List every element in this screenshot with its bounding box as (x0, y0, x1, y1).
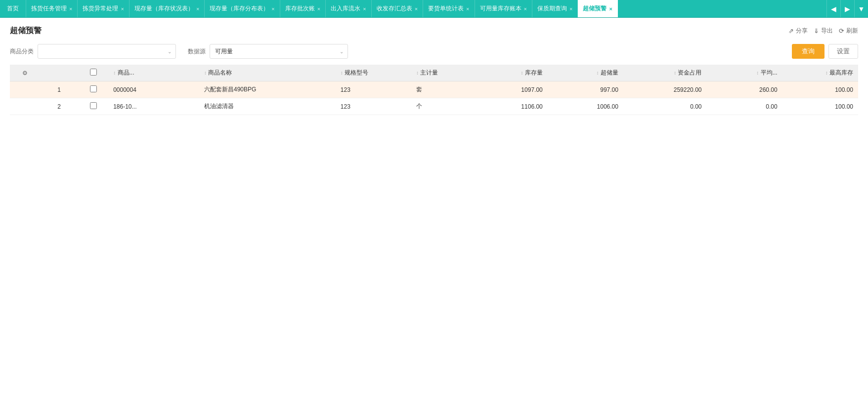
tab-label: 拣货异常处理 (83, 4, 118, 13)
sort-icon-stock: ↕ (521, 70, 523, 76)
share-label: 分享 (796, 27, 808, 35)
col-stock-label: 库存量 (525, 69, 543, 76)
col-code-label: 商品... (118, 69, 134, 76)
row-code-cell: 186-10... (108, 98, 199, 115)
tab-label: 超储预警 (583, 4, 607, 13)
sort-icon-code: ↕ (113, 70, 116, 76)
row-stock-cell: 1106.00 (472, 98, 548, 115)
tab-close-icon[interactable]: × (317, 6, 320, 12)
tab-label: 收发存汇总表 (377, 4, 412, 13)
data-table: ⚙ ↕ 商品... ↕ 商品名称 ↕ 规格型号 (10, 65, 858, 115)
page-title: 超储预警 (10, 26, 42, 36)
nav-arrow-group: ◀ ▶ ▼ (826, 0, 868, 17)
col-maxstock-label: 最高库存 (829, 69, 853, 76)
row-checkbox-1[interactable] (90, 102, 97, 109)
nav-tab-tab-stock-dist[interactable]: 现存量（库存分布表）× (205, 0, 280, 17)
tab-label: 出入库流水 (331, 4, 360, 13)
row-checkbox-cell (78, 98, 108, 115)
sort-icon-capital: ↕ (674, 70, 676, 76)
nav-tab-tab-order-stat[interactable]: 要货单统计表× (423, 0, 475, 17)
refresh-label: 刷新 (846, 27, 858, 35)
col-header-unit[interactable]: ↕ 主计量 (411, 65, 472, 81)
tab-label: 要货单统计表 (428, 4, 464, 13)
row-over-cell: 997.00 (548, 81, 623, 98)
setting-button[interactable]: 设置 (828, 44, 858, 59)
tab-close-icon[interactable]: × (69, 6, 72, 12)
col-header-avg[interactable]: ↕ 平均... (706, 65, 782, 81)
query-button[interactable]: 查询 (792, 44, 825, 59)
tab-close-icon[interactable]: × (363, 6, 366, 12)
nav-tab-tab-inout[interactable]: 出入库流水× (326, 0, 371, 17)
tab-close-icon[interactable]: × (121, 6, 124, 12)
nav-tab-tab-stock-status[interactable]: 现存量（库存状况表）× (130, 0, 205, 17)
row-actions-cell (10, 98, 40, 115)
datasource-value: 可用量 (215, 47, 233, 56)
col-header-stock[interactable]: ↕ 库存量 (472, 65, 548, 81)
nav-home-label: 首页 (7, 4, 19, 13)
row-unit-cell: 个 (411, 98, 472, 115)
tab-close-icon[interactable]: × (415, 6, 418, 12)
nav-tab-tab-abnormal[interactable]: 拣货异常处理× (78, 0, 129, 17)
nav-arrow-right[interactable]: ▶ (840, 0, 854, 17)
category-select[interactable]: ⌄ (38, 44, 176, 59)
nav-tab-tab-avail-ledger[interactable]: 可用量库存账本× (475, 0, 532, 17)
col-header-capital[interactable]: ↕ 资金占用 (623, 65, 707, 81)
tab-close-icon[interactable]: × (466, 6, 469, 12)
nav-arrow-left[interactable]: ◀ (826, 0, 840, 17)
sort-icon-name: ↕ (204, 70, 207, 76)
row-checkbox-cell (78, 81, 108, 98)
col-unit-label: 主计量 (420, 69, 438, 76)
tab-close-icon[interactable]: × (524, 6, 527, 12)
datasource-chevron-icon: ⌄ (340, 49, 344, 54)
select-all-checkbox[interactable] (90, 69, 97, 76)
share-button[interactable]: ⇗ 分享 (788, 27, 808, 35)
filter-buttons: 查询 设置 (792, 44, 858, 59)
category-label: 商品分类 (10, 47, 34, 56)
tab-label: 现存量（库存分布表） (210, 4, 269, 13)
row-checkbox-0[interactable] (90, 85, 97, 92)
nav-home[interactable]: 首页 (0, 0, 26, 17)
sort-icon-over: ↕ (597, 70, 599, 76)
tab-close-icon[interactable]: × (609, 6, 612, 12)
col-header-maxstock[interactable]: ↕ 最高库存 (782, 65, 858, 81)
row-num-cell: 2 (40, 98, 78, 115)
col-header-over[interactable]: ↕ 超储量 (548, 65, 623, 81)
page-header: 超储预警 ⇗ 分享 ⇓ 导出 ⟳ 刷新 (10, 26, 858, 36)
tab-label: 库存批次账 (285, 4, 315, 13)
row-avg-cell: 260.00 (706, 81, 782, 98)
nav-tab-tab-overstock[interactable]: 超储预警× (578, 0, 617, 17)
export-button[interactable]: ⇓ 导出 (814, 27, 833, 35)
gear-icon[interactable]: ⚙ (22, 70, 28, 77)
tab-close-icon[interactable]: × (196, 6, 199, 12)
col-header-name[interactable]: ↕ 商品名称 (199, 65, 336, 81)
export-label: 导出 (821, 27, 833, 35)
table-header: ⚙ ↕ 商品... ↕ 商品名称 ↕ 规格型号 (10, 65, 858, 81)
datasource-select[interactable]: 可用量 ⌄ (210, 44, 348, 59)
row-spec-cell: 123 (336, 81, 411, 98)
nav-tab-tab-collect[interactable]: 收发存汇总表× (372, 0, 423, 17)
col-spec-label: 规格型号 (345, 69, 368, 76)
category-chevron-icon: ⌄ (168, 49, 172, 54)
row-code-cell: 0000004 (108, 81, 199, 98)
row-capital-cell: 0.00 (623, 98, 707, 115)
col-header-setting: ⚙ (10, 65, 40, 81)
share-icon: ⇗ (788, 27, 794, 35)
row-maxstock-cell: 100.00 (782, 81, 858, 98)
nav-tab-tab-batch[interactable]: 库存批次账× (280, 0, 326, 17)
col-header-spec[interactable]: ↕ 规格型号 (336, 65, 411, 81)
sort-icon-avg: ↕ (756, 70, 759, 76)
table-row: 1 0000004 六配套新昌490BPG 123 套 1097.00 997.… (10, 81, 858, 98)
tab-close-icon[interactable]: × (569, 6, 572, 12)
tab-close-icon[interactable]: × (271, 6, 274, 12)
refresh-button[interactable]: ⟳ 刷新 (839, 27, 858, 35)
nav-tab-tab-quality[interactable]: 保质期查询× (532, 0, 578, 17)
row-name-cell: 六配套新昌490BPG (199, 81, 336, 98)
nav-arrow-menu[interactable]: ▼ (854, 0, 868, 17)
col-header-code[interactable]: ↕ 商品... (108, 65, 199, 81)
tab-label: 保质期查询 (537, 4, 567, 13)
row-capital-cell: 259220.00 (623, 81, 707, 98)
tab-label: 可用量库存账本 (480, 4, 521, 13)
nav-tab-tab-task[interactable]: 拣货任务管理× (26, 0, 78, 17)
top-navigation: 首页 拣货任务管理×拣货异常处理×现存量（库存状况表）×现存量（库存分布表）×库… (0, 0, 868, 18)
datasource-label: 数据源 (188, 47, 206, 56)
